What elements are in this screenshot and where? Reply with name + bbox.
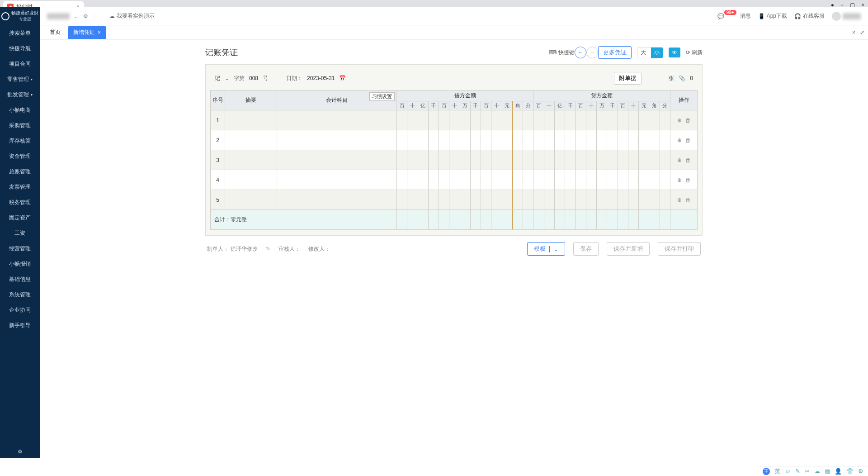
template-button[interactable]: 模板 ⌄ — [527, 242, 565, 256]
amount-digit[interactable] — [533, 170, 544, 190]
amount-digit[interactable] — [628, 110, 638, 130]
amount-digit[interactable] — [439, 190, 449, 210]
amount-digit[interactable] — [586, 170, 596, 190]
sidebar-item-0[interactable]: 搜索菜单 — [0, 25, 40, 41]
message-button[interactable]: 💬 99+ 消息 — [717, 12, 751, 20]
summary-cell[interactable] — [225, 190, 277, 210]
amount-digit[interactable] — [502, 150, 512, 170]
sidebar-item-2[interactable]: 项目合同 — [0, 56, 40, 71]
amount-digit[interactable] — [523, 170, 533, 190]
amount-digit[interactable] — [554, 190, 565, 210]
amount-digit[interactable] — [533, 110, 544, 130]
sidebar-item-14[interactable]: 经营管理 — [0, 241, 40, 256]
amount-digit[interactable] — [533, 130, 544, 150]
amount-digit[interactable] — [649, 130, 660, 150]
amount-digit[interactable] — [397, 110, 407, 130]
delete-row-icon[interactable]: 🗑 — [685, 117, 691, 124]
amount-digit[interactable] — [554, 170, 565, 190]
amount-digit[interactable] — [639, 190, 649, 210]
amount-digit[interactable] — [470, 150, 481, 170]
amount-digit[interactable] — [618, 150, 628, 170]
amount-digit[interactable] — [512, 170, 523, 190]
amount-digit[interactable] — [428, 170, 439, 190]
amount-digit[interactable] — [523, 190, 533, 210]
amount-digit[interactable] — [628, 150, 638, 170]
amount-digit[interactable] — [639, 170, 649, 190]
size-small-button[interactable]: 小 — [651, 48, 663, 58]
amount-digit[interactable] — [460, 190, 470, 210]
summary-cell[interactable] — [225, 170, 277, 190]
amount-digit[interactable] — [502, 130, 512, 150]
amount-digit[interactable] — [586, 190, 596, 210]
amount-digit[interactable] — [649, 190, 660, 210]
amount-digit[interactable] — [660, 150, 670, 170]
sidebar-item-4[interactable]: 批发管理▾ — [0, 87, 40, 102]
delete-row-icon[interactable]: 🗑 — [685, 177, 691, 183]
amount-digit[interactable] — [660, 110, 670, 130]
sidebar-item-18[interactable]: 企业协同 — [0, 302, 40, 318]
amount-digit[interactable] — [439, 150, 449, 170]
subject-cell[interactable] — [277, 110, 397, 130]
amount-digit[interactable] — [449, 150, 460, 170]
amount-digit[interactable] — [407, 150, 418, 170]
size-large-button[interactable]: 大 — [637, 48, 649, 58]
support-button[interactable]: 🎧 在线客服 — [794, 12, 825, 20]
more-vouchers-button[interactable]: 更多凭证 — [598, 46, 632, 59]
amount-digit[interactable] — [460, 170, 470, 190]
amount-digit[interactable] — [418, 190, 428, 210]
gear-icon[interactable]: ⚙ — [83, 13, 88, 19]
amount-digit[interactable] — [397, 150, 407, 170]
subject-cell[interactable] — [277, 130, 397, 150]
attachment-icon[interactable]: 📎 — [679, 75, 685, 81]
amount-digit[interactable] — [639, 150, 649, 170]
sidebar-item-11[interactable]: 税务管理 — [0, 195, 40, 210]
add-row-icon[interactable]: ⊕ — [677, 177, 682, 183]
amount-digit[interactable] — [544, 190, 554, 210]
tab-new-voucher[interactable]: 新增凭证 × — [68, 26, 106, 39]
amount-digit[interactable] — [565, 110, 576, 130]
amount-digit[interactable] — [407, 110, 418, 130]
amount-digit[interactable] — [597, 170, 607, 190]
amount-digit[interactable] — [649, 110, 660, 130]
amount-digit[interactable] — [628, 190, 638, 210]
shortcut-button[interactable]: ⌨ 快捷键 — [549, 49, 575, 57]
close-tab-icon[interactable]: × — [98, 29, 101, 36]
amount-digit[interactable] — [491, 130, 502, 150]
amount-digit[interactable] — [481, 170, 491, 190]
amount-digit[interactable] — [576, 150, 586, 170]
amount-digit[interactable] — [407, 170, 418, 190]
amount-digit[interactable] — [660, 170, 670, 190]
save-button[interactable]: 保存 — [573, 242, 599, 256]
amount-digit[interactable] — [649, 150, 660, 170]
amount-digit[interactable] — [491, 150, 502, 170]
amount-digit[interactable] — [491, 190, 502, 210]
amount-digit[interactable] — [428, 110, 439, 130]
amount-digit[interactable] — [554, 150, 565, 170]
amount-digit[interactable] — [576, 190, 586, 210]
amount-digit[interactable] — [628, 130, 638, 150]
amount-digit[interactable] — [565, 190, 576, 210]
amount-digit[interactable] — [418, 150, 428, 170]
amount-digit[interactable] — [523, 110, 533, 130]
summary-cell[interactable] — [225, 130, 277, 150]
amount-digit[interactable] — [481, 190, 491, 210]
amount-digit[interactable] — [523, 130, 533, 150]
amount-digit[interactable] — [618, 170, 628, 190]
refresh-button[interactable]: ⟳ 刷新 — [686, 49, 703, 57]
habit-settings-button[interactable]: 习惯设置 — [369, 92, 395, 101]
amount-digit[interactable] — [439, 110, 449, 130]
amount-digit[interactable] — [565, 130, 576, 150]
amount-digit[interactable] — [639, 110, 649, 130]
amount-digit[interactable] — [544, 130, 554, 150]
amount-digit[interactable] — [481, 150, 491, 170]
prev-voucher-button[interactable]: ← — [575, 47, 586, 58]
amount-digit[interactable] — [649, 170, 660, 190]
amount-digit[interactable] — [586, 130, 596, 150]
voucher-type[interactable]: 记 — [215, 75, 220, 82]
amount-digit[interactable] — [470, 190, 481, 210]
amount-digit[interactable] — [512, 130, 523, 150]
amount-digit[interactable] — [449, 190, 460, 210]
amount-digit[interactable] — [397, 170, 407, 190]
save-and-new-button[interactable]: 保存并新增 — [607, 242, 650, 256]
amount-digit[interactable] — [470, 130, 481, 150]
